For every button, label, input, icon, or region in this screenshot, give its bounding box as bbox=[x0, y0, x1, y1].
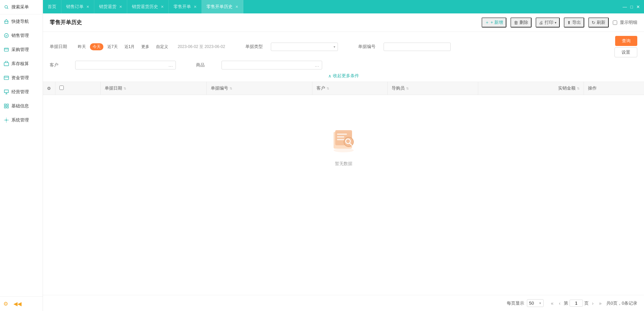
tab-sales-order[interactable]: 销售订单 ✕ bbox=[61, 0, 94, 13]
th-amount-sort[interactable]: 实销金额 ⇅ bbox=[482, 85, 580, 91]
sidebar-item-purchase-mgmt[interactable]: 采购管理 bbox=[0, 43, 43, 57]
svg-rect-5 bbox=[4, 63, 8, 66]
svg-rect-16 bbox=[337, 134, 347, 135]
th-salesperson-sort-icon: ⇅ bbox=[406, 87, 409, 90]
svg-rect-6 bbox=[4, 76, 8, 80]
collapse-sidebar-icon[interactable]: ◀◀ bbox=[13, 301, 21, 307]
export-icon: ⬆ bbox=[567, 20, 571, 25]
select-all-checkbox[interactable] bbox=[59, 86, 64, 90]
tab-retail-open-close[interactable]: ✕ bbox=[194, 5, 197, 9]
sidebar-item-sales-mgmt[interactable]: 销售管理 bbox=[0, 29, 43, 43]
tab-sales-return[interactable]: 销货退货 ✕ bbox=[94, 0, 127, 13]
print-icon: 🖨 bbox=[539, 20, 543, 25]
customer-input[interactable] bbox=[78, 63, 168, 68]
customer-label: 客户 bbox=[50, 62, 68, 68]
svg-line-1 bbox=[7, 8, 8, 9]
th-customer-sort[interactable]: 客户 ⇅ bbox=[316, 85, 383, 91]
svg-point-0 bbox=[5, 5, 7, 8]
operations-icon bbox=[3, 89, 9, 95]
product-input[interactable] bbox=[225, 63, 315, 68]
search-icon bbox=[3, 4, 9, 10]
sidebar-label-purchase-mgmt: 采购管理 bbox=[11, 47, 29, 53]
date-btn-7days[interactable]: 近7天 bbox=[105, 43, 120, 50]
date-btn-1month[interactable]: 近1月 bbox=[122, 43, 138, 50]
show-detail-checkbox[interactable] bbox=[613, 20, 617, 25]
page-next-button[interactable]: › bbox=[590, 300, 596, 307]
settings-gear-icon[interactable]: ⚙ bbox=[3, 301, 8, 307]
sidebar-label-quick-nav: 快捷导航 bbox=[11, 18, 29, 24]
date-btn-today[interactable]: 今天 bbox=[90, 43, 103, 50]
bill-type-select[interactable] bbox=[271, 43, 338, 51]
tab-sales-return-history-close[interactable]: ✕ bbox=[161, 5, 164, 9]
main-area: 首页 销售订单 ✕ 销货退货 ✕ 销货退货历史 ✕ 零售开单 ✕ 零售开单历史 … bbox=[43, 0, 644, 311]
date-btn-more[interactable]: 更多 bbox=[139, 43, 152, 50]
close-button[interactable]: ✕ bbox=[636, 4, 640, 9]
page-of-label: 页 bbox=[584, 300, 589, 306]
delete-button[interactable]: 🗑 删除 bbox=[510, 17, 532, 28]
date-btn-yesterday[interactable]: 昨天 bbox=[75, 43, 89, 50]
svg-point-7 bbox=[5, 78, 5, 79]
refresh-button[interactable]: ↻ 刷新 bbox=[588, 17, 609, 28]
filter-row-2: 客户 ... 商品 ... bbox=[50, 61, 637, 69]
th-salesperson: 导购员 ⇅ bbox=[387, 82, 478, 95]
basic-info-icon bbox=[3, 103, 9, 109]
sidebar-item-basic-info[interactable]: 基础信息 bbox=[0, 99, 43, 113]
product-dots[interactable]: ... bbox=[315, 62, 319, 68]
page-size-select[interactable]: 10 20 50 100 bbox=[527, 299, 544, 307]
print-label: 打印 bbox=[545, 19, 553, 25]
sidebar: 搜索采单 快捷导航 销售管理 采购管理 库存核算 资金管理 经营管理 bbox=[0, 0, 43, 311]
sidebar-item-operations[interactable]: 经营管理 bbox=[0, 85, 43, 99]
header-actions: ＋ + 新增 🗑 删除 🖨 打印 ▾ ⬆ 导出 ↻ bbox=[482, 17, 637, 28]
print-button[interactable]: 🖨 打印 ▾ bbox=[536, 17, 560, 28]
th-no-sort[interactable]: 单据编号 ⇅ bbox=[211, 85, 308, 91]
svg-rect-8 bbox=[4, 104, 6, 106]
th-action: 操作 bbox=[584, 82, 644, 95]
query-button[interactable]: 查询 bbox=[615, 36, 637, 46]
tab-sales-return-history[interactable]: 销货退货历史 ✕ bbox=[127, 0, 169, 13]
page-nav: « ‹ 第 页 › » bbox=[549, 300, 604, 307]
th-date-sort[interactable]: 单据日期 ⇅ bbox=[105, 85, 202, 91]
page-total: 共0页，0条记录 bbox=[606, 300, 637, 306]
th-no: 单据编号 ⇅ bbox=[206, 82, 312, 95]
th-settings-icon[interactable]: ⚙ bbox=[47, 86, 51, 91]
page-first-button[interactable]: « bbox=[549, 300, 556, 307]
page-current-label: 第 bbox=[564, 300, 568, 306]
page-prev-button[interactable]: ‹ bbox=[557, 300, 562, 307]
sidebar-item-quick-nav[interactable]: 快捷导航 bbox=[0, 14, 43, 29]
tab-retail-open-history-close[interactable]: ✕ bbox=[235, 5, 238, 9]
show-detail-checkbox-wrapper[interactable]: 显示明细 bbox=[613, 19, 637, 25]
sidebar-item-finance[interactable]: 资金管理 bbox=[0, 71, 43, 85]
maximize-button[interactable]: □ bbox=[630, 4, 633, 9]
customer-dots[interactable]: ... bbox=[168, 62, 173, 68]
sidebar-item-inventory[interactable]: 库存核算 bbox=[0, 57, 43, 71]
th-settings[interactable]: ⚙ bbox=[43, 82, 55, 95]
filter-settings-button[interactable]: 设置 bbox=[614, 47, 637, 57]
tab-retail-open[interactable]: 零售开单 ✕ bbox=[169, 0, 202, 13]
tab-retail-open-history-label: 零售开单历史 bbox=[206, 4, 233, 10]
th-no-label: 单据编号 bbox=[211, 85, 228, 91]
sidebar-search[interactable]: 搜索采单 bbox=[0, 0, 43, 14]
tab-sales-return-history-label: 销货退货历史 bbox=[132, 4, 158, 10]
tab-home[interactable]: 首页 bbox=[43, 0, 61, 13]
sidebar-item-sys-mgmt[interactable]: 系统管理 bbox=[0, 113, 43, 127]
add-button[interactable]: ＋ + 新增 bbox=[482, 17, 506, 28]
tab-sales-order-close[interactable]: ✕ bbox=[86, 5, 89, 9]
tab-sales-return-close[interactable]: ✕ bbox=[119, 5, 122, 9]
minimize-button[interactable]: — bbox=[623, 4, 627, 9]
sidebar-search-label: 搜索采单 bbox=[11, 4, 29, 10]
collapse-label: 收起更多条件 bbox=[333, 73, 359, 79]
bill-no-label: 单据编号 bbox=[358, 44, 377, 50]
page-input[interactable] bbox=[569, 300, 583, 307]
sidebar-label-operations: 经营管理 bbox=[11, 89, 29, 95]
tab-retail-open-history[interactable]: 零售开单历史 ✕ bbox=[202, 0, 243, 13]
svg-point-12 bbox=[6, 119, 7, 121]
bill-no-input[interactable] bbox=[384, 43, 451, 51]
th-date-sort-icon: ⇅ bbox=[123, 87, 126, 90]
collapse-button[interactable]: ∧ 收起更多条件 bbox=[50, 73, 637, 79]
tab-sales-return-label: 销货退货 bbox=[99, 4, 116, 10]
th-salesperson-sort[interactable]: 导购员 ⇅ bbox=[392, 85, 474, 91]
page-last-button[interactable]: » bbox=[597, 300, 604, 307]
tab-sales-order-label: 销售订单 bbox=[66, 4, 84, 10]
date-btn-custom[interactable]: 自定义 bbox=[153, 43, 171, 50]
export-button[interactable]: ⬆ 导出 bbox=[564, 17, 584, 28]
